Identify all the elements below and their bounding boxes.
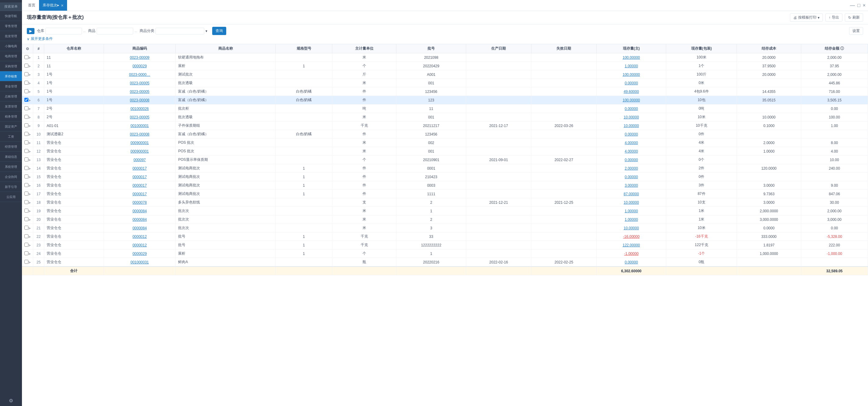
- sidebar-item-wholesale[interactable]: 批发管理: [0, 31, 22, 41]
- sidebar-item-ecommerce-small[interactable]: 小脑电商: [0, 41, 22, 51]
- warehouse-input[interactable]: [45, 28, 82, 34]
- row-warehouse: 营业仓仓: [44, 258, 104, 267]
- restore-icon[interactable]: □: [857, 3, 860, 8]
- row-checkbox[interactable]: >: [22, 96, 33, 104]
- table-row[interactable]: >22营业仓仓0000012批号1千克33-16.00000-16千克333.0…: [22, 232, 868, 241]
- sidebar-item-ecommerce[interactable]: 电商管理: [0, 51, 22, 61]
- sidebar-item-quick-nav[interactable]: 快捷导航: [0, 11, 22, 21]
- row-checkbox[interactable]: >: [22, 164, 33, 173]
- table-row[interactable]: >23营业仓仓0000012批号1千克1222222222122.0000012…: [22, 241, 868, 249]
- row-checkbox[interactable]: >: [22, 104, 33, 113]
- table-row[interactable]: >72号001000026批次柜吨110.000000吨0.00: [22, 104, 868, 113]
- nav-tab-home[interactable]: 首页: [24, 0, 39, 11]
- row-checkbox[interactable]: >: [22, 249, 33, 258]
- row-warehouse: 1号: [44, 79, 104, 88]
- table-row[interactable]: >41号0023-00005批次透吸米0010.000000米445.86: [22, 79, 868, 88]
- table-row[interactable]: >2110000029展析1个202204291.000001个37.95003…: [22, 62, 868, 70]
- row-checkbox[interactable]: >: [22, 88, 33, 96]
- filter-toggle-btn[interactable]: ▶: [27, 28, 34, 34]
- close-icon[interactable]: ×: [61, 3, 63, 8]
- sidebar-item-inventory[interactable]: 库存核查: [0, 71, 22, 81]
- row-checkbox[interactable]: >: [22, 53, 33, 62]
- close-window-icon[interactable]: ×: [863, 3, 866, 8]
- table-row[interactable]: >31号0023-0000…测试批次斤A001100.00000100斤20.0…: [22, 70, 868, 79]
- table-row[interactable]: >21营业仓仓0000084批次次米310.0000010米0.00000.00: [22, 224, 868, 232]
- table-row[interactable]: >14营业仓仓0000017测试电商批次1件00012.000002件120.0…: [22, 164, 868, 173]
- table-row[interactable]: >51号0023-00005富减（白色/奶橘）白色/奶橘件12345649.60…: [22, 88, 868, 96]
- goods-input[interactable]: [97, 28, 133, 34]
- export-button[interactable]: ↑ 导出: [825, 13, 842, 22]
- row-num: 23: [33, 241, 44, 249]
- refresh-button[interactable]: ↻ 刷新: [845, 13, 863, 22]
- settings-button[interactable]: 设置: [849, 27, 863, 35]
- sidebar-settings-icon[interactable]: ⚙: [0, 395, 22, 406]
- row-checkbox[interactable]: >: [22, 130, 33, 139]
- sidebar-item-corp[interactable]: 企业协同: [0, 172, 22, 182]
- sidebar-item-basic[interactable]: 基础信息: [0, 152, 22, 162]
- table-row[interactable]: >1110023-00009软硬通用地拖布米2021098100.0000010…: [22, 53, 868, 62]
- sidebar-item-invoice[interactable]: 发票管理: [0, 101, 22, 111]
- expand-more-link[interactable]: ∨ 展开更多条件: [27, 36, 863, 41]
- row-checkbox[interactable]: >: [22, 181, 33, 190]
- row-expire-date: 2021-12-25: [531, 198, 596, 207]
- table-row[interactable]: >16营业仓仓0000017测试电商批次1件00033.000003件3.000…: [22, 181, 868, 190]
- sidebar-item-newbie[interactable]: 新手引导: [0, 182, 22, 192]
- row-checkbox[interactable]: >: [22, 79, 33, 88]
- row-checkbox[interactable]: >: [22, 224, 33, 232]
- table-row[interactable]: >18营业仓仓0000078多头异色软线支22021-12-212021-12-…: [22, 198, 868, 207]
- sidebar-item-tax[interactable]: 税务管理: [0, 111, 22, 122]
- row-checkbox[interactable]: >: [22, 241, 33, 249]
- row-produce-date: [466, 241, 531, 249]
- table-row[interactable]: >82号0023-00005批次透吸米00110.0000010米10.0000…: [22, 113, 868, 122]
- col-checkbox[interactable]: ⊙: [22, 44, 33, 53]
- category-dropdown-icon[interactable]: ▾: [206, 29, 207, 33]
- row-checkbox[interactable]: >: [22, 258, 33, 267]
- row-checkbox[interactable]: >: [22, 122, 33, 130]
- row-checkbox[interactable]: >: [22, 70, 33, 79]
- table-row[interactable]: >25营业仓仓001000031鲜肉A瓶202202162022-02-1620…: [22, 258, 868, 267]
- sidebar-item-fixed-asset[interactable]: 固定资产: [0, 122, 22, 132]
- row-spec: [275, 53, 332, 62]
- row-warehouse: 营业仓仓: [44, 198, 104, 207]
- table-row[interactable]: >13营业仓仓000097POS显示率保质期个202109012021-09-0…: [22, 156, 868, 164]
- row-checkbox[interactable]: >: [22, 147, 33, 156]
- table-row[interactable]: >11营业仓仓000900001POS 批次米0024.000004米2.000…: [22, 139, 868, 147]
- row-checkbox[interactable]: >: [22, 198, 33, 207]
- sidebar-item-system[interactable]: 系统管理: [0, 162, 22, 172]
- sidebar-item-retail[interactable]: 零售管理: [0, 21, 22, 31]
- table-row[interactable]: >61号0023-00008富减（白色/奶橘）白色/奶橘件123100.0000…: [22, 96, 868, 104]
- row-checkbox[interactable]: >: [22, 139, 33, 147]
- table-row[interactable]: >9A01-01001000001子件保质期组千克202112172021-12…: [22, 122, 868, 130]
- category-input[interactable]: [155, 28, 204, 34]
- sidebar-item-payroll[interactable]: 工资: [0, 132, 22, 142]
- row-num: 11: [33, 139, 44, 147]
- sidebar-item-ops[interactable]: 经营管理: [0, 142, 22, 152]
- row-checkbox[interactable]: >: [22, 173, 33, 181]
- col-batch-no: 批号: [396, 44, 466, 53]
- query-button[interactable]: 查询: [212, 27, 226, 35]
- nav-tab-active[interactable]: 库存批次▸ ×: [39, 0, 67, 11]
- row-checkbox[interactable]: >: [22, 215, 33, 224]
- table-row[interactable]: >10测试透吸20023-00008富减（白色/奶橘）白色/奶橘件1234560…: [22, 130, 868, 139]
- row-checkbox[interactable]: >: [22, 62, 33, 70]
- row-checkbox[interactable]: >: [22, 207, 33, 215]
- row-stock-main: 100.00000: [596, 96, 666, 104]
- row-checkbox[interactable]: >: [22, 232, 33, 241]
- table-row[interactable]: >17营业仓仓0000017测试电商批次1件111187.0000087件9.7…: [22, 190, 868, 198]
- table-row[interactable]: >15营业仓仓0000017测试电商批次1件2104230.000000件: [22, 173, 868, 181]
- table-row[interactable]: >20营业仓仓0000084批次次米21.000001米3,000.00003,…: [22, 215, 868, 224]
- col-goods-name: 商品名称: [176, 44, 275, 53]
- sidebar-item-general[interactable]: 总账管理: [0, 91, 22, 101]
- print-button[interactable]: 🖨 按模板打印 ▾: [790, 13, 823, 22]
- table-row[interactable]: >12营业仓仓000900001POS 批次米0014.000004米1.000…: [22, 147, 868, 156]
- table-row[interactable]: >24营业仓仓0000029展析1个1-1.00000-1个1,000.0000…: [22, 249, 868, 258]
- sidebar-search[interactable]: 搜索菜单: [0, 2, 22, 11]
- row-checkbox[interactable]: >: [22, 190, 33, 198]
- row-checkbox[interactable]: >: [22, 113, 33, 122]
- sidebar-item-cloud[interactable]: 云应用: [0, 192, 22, 202]
- table-row[interactable]: >19营业仓仓0000084批次次米11.000001米2,000.00002,…: [22, 207, 868, 215]
- minimize-icon[interactable]: —: [850, 3, 855, 8]
- sidebar-item-purchase[interactable]: 采购管理: [0, 61, 22, 71]
- sidebar-item-finance[interactable]: 资金管理: [0, 81, 22, 91]
- row-checkbox[interactable]: >: [22, 156, 33, 164]
